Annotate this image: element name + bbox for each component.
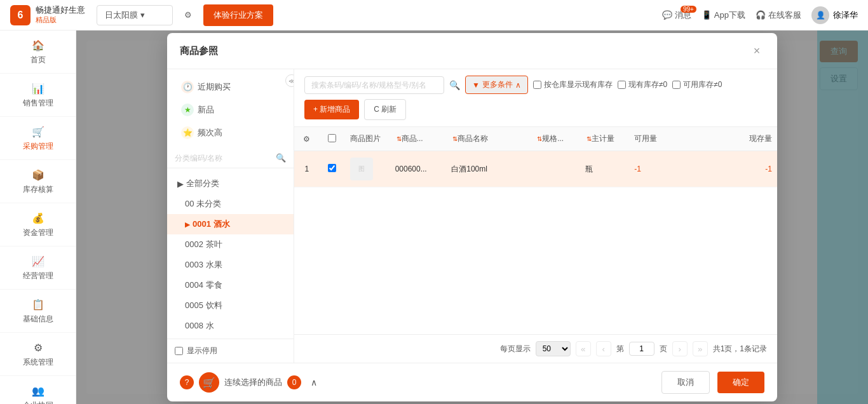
logo-sub: 精品版 [36,15,85,25]
th-spec[interactable]: ⇅规格... [531,127,580,151]
cat-tea[interactable]: 0002 茶叶 [167,234,294,255]
experience-button[interactable]: 体验行业方案 [203,4,273,26]
inventory-icon: 📦 [31,168,45,182]
left-panel-tabs: 🕐 近期购买 ★ 新品 ⭐ 频次高 [167,69,294,148]
page-size-select[interactable]: 50 10 20 100 [536,341,571,356]
sidebar-item-basic-info[interactable]: 📋 基础信息 [0,290,76,333]
show-disabled-checkbox[interactable] [175,347,183,355]
tab-high-frequency[interactable]: ⭐ 频次高 [175,123,286,143]
cat-snack[interactable]: 0004 零食 [167,275,294,295]
first-page-button[interactable]: « [576,341,591,356]
th-code[interactable]: ⇅商品... [390,127,447,151]
collapse-footer-button[interactable]: ∧ [306,375,322,390]
td-index: 1 [294,151,320,187]
available-stock-checkbox[interactable] [672,81,681,89]
tab-freq-label: 频次高 [198,127,222,138]
cart-button[interactable]: 🛒 [199,372,219,393]
filter-label: 更多条件 [482,79,513,90]
cat-wine[interactable]: ▶ 0001 酒水 [167,214,294,234]
select-all-checkbox[interactable] [328,134,336,142]
sidebar-item-purchase[interactable]: 🛒 采购管理 [0,117,76,160]
sidebar-item-inventory[interactable]: 📦 库存核算 [0,160,76,203]
page-size-label: 每页显示 [500,344,531,354]
modal-close-button[interactable]: × [749,43,764,58]
next-page-button[interactable]: › [672,341,688,356]
cat-wine-arrow: ▶ [185,221,190,228]
th-image: 商品图片 [345,127,390,151]
available-stock-label: 可用库存≠0 [683,79,722,90]
modal-footer: ? 🛒 连续选择的商品 0 ∧ 取消 确定 [167,363,777,401]
th-checkbox[interactable] [320,127,345,151]
category-search-icon[interactable]: 🔍 [276,153,286,163]
product-search-input[interactable] [304,76,444,94]
td-image: 图 [345,151,390,187]
refresh-button[interactable]: C 刷新 [364,99,406,120]
freq-icon: ⭐ [181,126,194,139]
td-extra [693,151,728,187]
sidebar-item-finance[interactable]: 💰 资金管理 [0,203,76,246]
content-area: 查询 设置 商品参照 × 🕐 [76,30,868,404]
pagination: 每页显示 50 10 20 100 « ‹ 第 页 [294,334,777,363]
add-product-button[interactable]: + 新增商品 [304,100,359,119]
sidebar-item-system[interactable]: ⚙ 系统管理 [0,333,76,376]
td-code: 000600... [390,151,447,187]
tab-recent-purchase[interactable]: 🕐 近期购买 [175,77,286,97]
modal-header: 商品参照 × [167,33,777,69]
prev-page-button[interactable]: ‹ [596,341,611,356]
modal-title: 商品参照 [180,45,218,57]
table-header-row: ⚙ 商品图片 ⇅商品... ⇅商品名称 [294,127,777,151]
cart-icon: 🛒 [203,377,215,389]
td-checkbox[interactable] [320,151,345,187]
warehouse-stock-checkbox-label[interactable]: 按仓库显示现有库存 [533,79,613,90]
product-image: 图 [350,158,373,180]
sidebar-item-operations[interactable]: 📈 经营管理 [0,246,76,290]
help-button[interactable]: ? [180,375,194,389]
th-unit[interactable]: ⇅主计量 [580,127,630,151]
logo-text-area: 畅捷通好生意 精品版 [36,5,85,25]
sidebar-item-enterprise[interactable]: 👥 企业协同 [0,376,76,404]
cat-fruit[interactable]: 0003 水果 [167,255,294,275]
cat-water[interactable]: 0008 水 [167,316,294,336]
category-search-input[interactable] [175,154,272,163]
confirm-button[interactable]: 确定 [717,372,764,393]
page-number-input[interactable] [629,342,654,356]
th-name[interactable]: ⇅商品名称 [446,127,531,151]
cat-all[interactable]: ▶ 全部分类 [167,173,294,194]
online-service-item[interactable]: 🎧 在线客服 [756,10,801,21]
row-checkbox[interactable] [328,164,336,172]
current-stock-label: 现有库存≠0 [628,79,667,90]
td-spec [531,151,580,187]
warehouse-stock-checkbox[interactable] [533,81,541,89]
modal: 商品参照 × 🕐 近期购买 ★ 新 [167,33,777,401]
gear-button[interactable]: ⚙ [178,5,198,25]
collapse-button[interactable]: ≪ [285,74,294,87]
last-page-button[interactable]: » [693,341,708,356]
available-stock-checkbox-label[interactable]: 可用库存≠0 [672,79,722,90]
app-download-item[interactable]: 📱 App下载 [702,10,745,21]
cat-uncategorized[interactable]: 00 未分类 [167,194,294,214]
sort-icon-spec: ⇅ [537,135,542,142]
current-stock-checkbox[interactable] [618,81,626,89]
cat-beverage[interactable]: 0005 饮料 [167,295,294,316]
cat-all-label: 全部分类 [186,178,219,189]
th-settings[interactable]: ⚙ [294,127,320,151]
message-item[interactable]: 💬 消息 99+ [662,10,691,21]
tab-new-products[interactable]: ★ 新品 [175,100,286,120]
avatar: 👤 [811,6,829,24]
th-available: 可用量 [629,127,693,151]
filter-icon: ▼ [472,81,480,90]
current-stock-checkbox-label[interactable]: 现有库存≠0 [618,79,667,90]
sidebar-item-sales[interactable]: 📊 销售管理 [0,74,76,117]
table-row[interactable]: 1 图 000600... 白酒100ml 瓶 [294,151,777,187]
nav-dropdown[interactable]: 日太阳膜 ▾ [97,5,173,25]
th-empty [693,127,728,151]
cancel-button[interactable]: 取消 [661,371,710,394]
product-search-icon[interactable]: 🔍 [449,80,460,90]
sidebar-item-home[interactable]: 🏠 首页 [0,30,76,74]
filter-button[interactable]: ▼ 更多条件 ∧ [465,76,528,94]
user-area[interactable]: 👤 徐泽华 [811,6,858,24]
headphone-icon: 🎧 [756,10,766,20]
cat-wine-label: 0001 酒水 [193,219,230,230]
app-download-icon: 📱 [702,10,712,20]
basic-info-icon: 📋 [31,297,45,311]
